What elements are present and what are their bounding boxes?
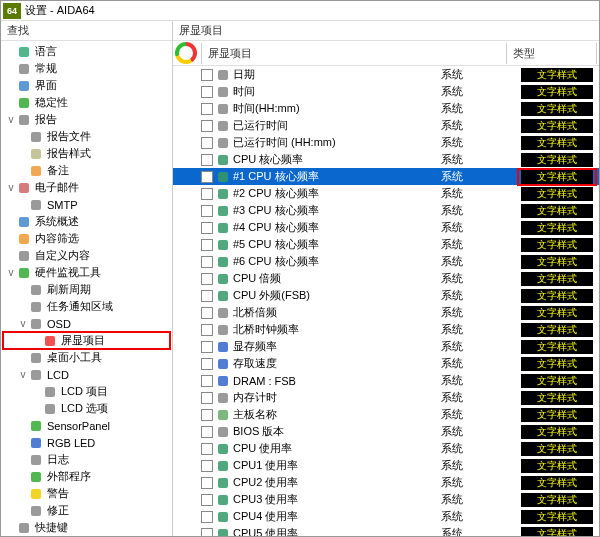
style-badge[interactable]: 文字样式 [521,187,593,201]
tree-node[interactable]: 语言 [3,43,170,60]
checkbox[interactable] [201,290,213,302]
tree-node[interactable]: v报告 [3,111,170,128]
style-badge[interactable]: 文字样式 [521,68,593,82]
tree-node[interactable]: 修正 [3,502,170,519]
list-row[interactable]: 时间系统文字样式 [173,83,599,100]
tree-node[interactable]: 外部程序 [3,468,170,485]
expander-icon[interactable]: v [17,318,29,329]
list-row[interactable]: DRAM : FSB系统文字样式 [173,372,599,389]
list-row[interactable]: #6 CPU 核心频率系统文字样式 [173,253,599,270]
list-row[interactable]: #2 CPU 核心频率系统文字样式 [173,185,599,202]
checkbox[interactable] [201,324,213,336]
list-row[interactable]: CPU 使用率系统文字样式 [173,440,599,457]
checkbox[interactable] [201,375,213,387]
list-row[interactable]: CPU 外频(FSB)系统文字样式 [173,287,599,304]
list-row[interactable]: CPU3 使用率系统文字样式 [173,491,599,508]
style-badge[interactable]: 文字样式 [521,153,593,167]
checkbox[interactable] [201,409,213,421]
expander-icon[interactable]: v [5,182,17,193]
checkbox[interactable] [201,477,213,489]
checkbox[interactable] [201,341,213,353]
tree-node[interactable]: 界面 [3,77,170,94]
style-badge[interactable]: 文字样式 [521,323,593,337]
checkbox[interactable] [201,511,213,523]
list-row[interactable]: #1 CPU 核心频率系统文字样式 [173,168,599,185]
checkbox[interactable] [201,171,213,183]
tree-node[interactable]: 稳定性 [3,94,170,111]
style-badge[interactable]: 文字样式 [521,170,593,184]
checkbox[interactable] [201,86,213,98]
checkbox[interactable] [201,460,213,472]
col-item[interactable]: 屏显项目 [202,43,507,64]
list-row[interactable]: 存取速度系统文字样式 [173,355,599,372]
list-row[interactable]: 日期系统文字样式 [173,66,599,83]
tree-node[interactable]: 刷新周期 [3,281,170,298]
list-row[interactable]: CPU5 使用率系统文字样式 [173,525,599,536]
tree-node[interactable]: vLCD [3,366,170,383]
list-row[interactable]: CPU2 使用率系统文字样式 [173,474,599,491]
checkbox[interactable] [201,392,213,404]
checkbox[interactable] [201,188,213,200]
tree-node[interactable]: 屏显项目 [3,332,170,349]
style-badge[interactable]: 文字样式 [521,408,593,422]
checkbox[interactable] [201,307,213,319]
tree-node[interactable]: RGB LED [3,434,170,451]
list-row[interactable]: 显存频率系统文字样式 [173,338,599,355]
style-badge[interactable]: 文字样式 [521,255,593,269]
list-row[interactable]: #3 CPU 核心频率系统文字样式 [173,202,599,219]
list-row[interactable]: 内存计时系统文字样式 [173,389,599,406]
col-type[interactable]: 类型 [507,43,597,64]
list-row[interactable]: CPU 倍频系统文字样式 [173,270,599,287]
checkbox[interactable] [201,273,213,285]
checkbox[interactable] [201,256,213,268]
tree-node[interactable]: 快捷键 [3,519,170,536]
tree-node[interactable]: 报告文件 [3,128,170,145]
list-row[interactable]: CPU 核心频率系统文字样式 [173,151,599,168]
item-list[interactable]: 日期系统文字样式时间系统文字样式时间(HH:mm)系统文字样式已运行时间系统文字… [173,66,599,536]
tree-node[interactable]: 系统概述 [3,213,170,230]
checkbox[interactable] [201,358,213,370]
style-badge[interactable]: 文字样式 [521,493,593,507]
style-badge[interactable]: 文字样式 [521,459,593,473]
tree-node[interactable]: 日志 [3,451,170,468]
tree-node[interactable]: 桌面小工具 [3,349,170,366]
style-badge[interactable]: 文字样式 [521,374,593,388]
checkbox[interactable] [201,494,213,506]
list-row[interactable]: BIOS 版本系统文字样式 [173,423,599,440]
tree-node[interactable]: LCD 项目 [3,383,170,400]
style-badge[interactable]: 文字样式 [521,272,593,286]
checkbox[interactable] [201,528,213,537]
tree-node[interactable]: v硬件监视工具 [3,264,170,281]
style-badge[interactable]: 文字样式 [521,442,593,456]
list-row[interactable]: 主板名称系统文字样式 [173,406,599,423]
list-row[interactable]: #5 CPU 核心频率系统文字样式 [173,236,599,253]
list-row[interactable]: 北桥倍频系统文字样式 [173,304,599,321]
tree-node[interactable]: 备注 [3,162,170,179]
tree-node[interactable]: SMTP [3,196,170,213]
style-badge[interactable]: 文字样式 [521,85,593,99]
tree-node[interactable]: 警告 [3,485,170,502]
style-badge[interactable]: 文字样式 [521,391,593,405]
tree-node[interactable]: vOSD [3,315,170,332]
list-row[interactable]: 已运行时间 (HH:mm)系统文字样式 [173,134,599,151]
style-badge[interactable]: 文字样式 [521,527,593,537]
list-row[interactable]: CPU4 使用率系统文字样式 [173,508,599,525]
style-badge[interactable]: 文字样式 [521,306,593,320]
expander-icon[interactable]: v [5,267,17,278]
tree-node[interactable]: 报告样式 [3,145,170,162]
tree-node[interactable]: 自定义内容 [3,247,170,264]
list-row[interactable]: #4 CPU 核心频率系统文字样式 [173,219,599,236]
tree-node[interactable]: SensorPanel [3,417,170,434]
checkbox[interactable] [201,137,213,149]
tree-node[interactable]: v电子邮件 [3,179,170,196]
checkbox[interactable] [201,154,213,166]
list-row[interactable]: 时间(HH:mm)系统文字样式 [173,100,599,117]
style-badge[interactable]: 文字样式 [521,425,593,439]
expander-icon[interactable]: v [5,114,17,125]
tree-node[interactable]: 任务通知区域 [3,298,170,315]
style-badge[interactable]: 文字样式 [521,289,593,303]
checkbox[interactable] [201,103,213,115]
style-badge[interactable]: 文字样式 [521,119,593,133]
list-row[interactable]: 北桥时钟频率系统文字样式 [173,321,599,338]
style-badge[interactable]: 文字样式 [521,136,593,150]
